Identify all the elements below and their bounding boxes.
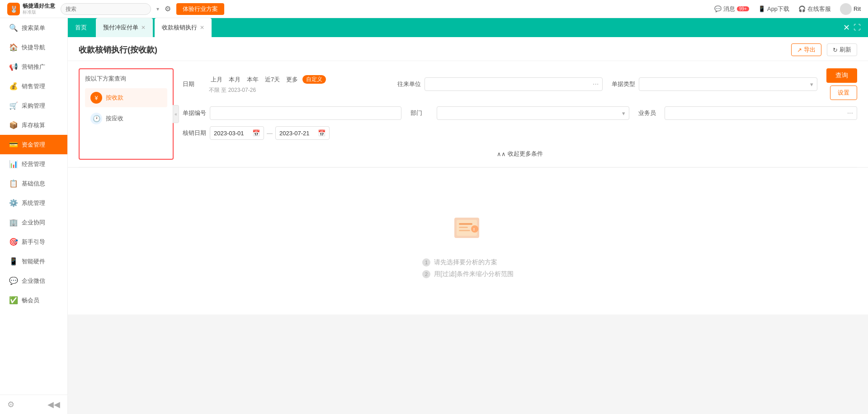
query-buttons: 查询 设置 xyxy=(826,68,857,100)
sidebar-item-quick-nav[interactable]: 🏠 快捷导航 xyxy=(0,38,67,57)
search-input[interactable] xyxy=(61,3,151,15)
staff-dots-icon[interactable]: ··· xyxy=(847,109,853,117)
doc-num-input[interactable] xyxy=(210,106,401,120)
svg-text:!: ! xyxy=(473,227,475,232)
left-panel-collapse-btn[interactable]: « xyxy=(173,105,179,123)
tab-home[interactable]: 首页 xyxy=(68,18,94,37)
filter-panel-title: 按以下方案查询 xyxy=(85,75,167,83)
sidebar-item-business[interactable]: 📊 经营管理 xyxy=(0,154,67,174)
app-logo: 🐰 畅捷通好生意 标准版 xyxy=(7,3,55,15)
calendar-start-icon[interactable]: 📅 xyxy=(252,129,260,137)
gear-icon[interactable]: ⚙ xyxy=(165,5,171,13)
tab-receivable[interactable]: 收款核销执行 ✕ xyxy=(155,18,212,37)
home-icon: 🏠 xyxy=(9,43,18,52)
refresh-btn[interactable]: ↻ 刷新 xyxy=(827,43,857,56)
empty-tip-1: 1 请先选择要分析的方案 xyxy=(422,258,514,266)
chevron-up-icon: ∧∧ xyxy=(497,151,506,157)
sidebar-item-sales[interactable]: 💰 销售管理 xyxy=(0,76,67,96)
user-info[interactable]: Rit xyxy=(840,3,861,15)
sidebar-item-corp[interactable]: 🏢 企业协同 xyxy=(0,213,67,232)
message-btn[interactable]: 💬 消息 99+ xyxy=(714,5,749,13)
date-more[interactable]: 更多 xyxy=(284,75,300,85)
sidebar-item-inventory[interactable]: 📦 库存核算 xyxy=(0,115,67,135)
filter-doc-type-field: 单据类型 ▾ xyxy=(612,77,817,91)
sidebar-settings-icon[interactable]: ⚙ xyxy=(7,400,14,409)
staff-select[interactable]: ··· xyxy=(665,106,857,120)
tab-home-label: 首页 xyxy=(75,24,87,32)
brand-sub: 标准版 xyxy=(23,10,55,15)
date-custom[interactable]: 自定义 xyxy=(302,75,326,84)
filter-option-receivable-label: 按应收 xyxy=(106,114,123,123)
tab-receivable-label: 收款核销执行 xyxy=(162,24,197,32)
date-7days[interactable]: 近7天 xyxy=(263,75,282,85)
doc-num-label: 单据编号 xyxy=(183,109,206,117)
sidebar-item-guide[interactable]: 🎯 新手引导 xyxy=(0,232,67,252)
sidebar-item-finance[interactable]: 💳 资金管理 xyxy=(0,135,67,154)
verify-date-end-value: 2023-07-21 xyxy=(279,130,310,137)
settings-icon: ⚙️ xyxy=(9,199,18,207)
dept-select[interactable]: ▾ xyxy=(437,106,629,120)
date-links: 上月 本月 本年 近7天 更多 自定义 xyxy=(209,75,326,85)
sidebar-item-member[interactable]: ✅ 畅会员 xyxy=(0,290,67,310)
filter-doc-num-field: 单据编号 xyxy=(183,106,401,120)
tab-receivable-close[interactable]: ✕ xyxy=(200,24,204,31)
chevron-down-icon3: ▾ xyxy=(622,110,625,117)
sidebar-label-guide: 新手引导 xyxy=(22,238,45,246)
export-btn[interactable]: ↗ 导出 xyxy=(791,43,821,56)
sidebar-item-basic[interactable]: 📋 基础信息 xyxy=(0,174,67,193)
page-header-actions: ↗ 导出 ↻ 刷新 xyxy=(791,43,857,56)
user-name: Rit xyxy=(854,5,861,12)
logo-icon: 🐰 xyxy=(7,3,20,15)
card-icon: 💳 xyxy=(9,140,18,149)
sidebar-item-system[interactable]: ⚙️ 系统管理 xyxy=(0,193,67,213)
app-download-btn[interactable]: 📱 App下载 xyxy=(758,5,789,13)
sidebar-label-business: 经营管理 xyxy=(22,160,45,168)
filter-dept-field: 部门 ▾ xyxy=(410,106,629,120)
svg-point-5 xyxy=(471,225,478,233)
tab-expand-icon[interactable]: ⛶ xyxy=(854,24,861,32)
sidebar-item-wechat[interactable]: 💬 企业微信 xyxy=(0,271,67,290)
top-bar-right: 💬 消息 99+ 📱 App下载 🎧 在线客服 Rit xyxy=(714,3,861,15)
message-badge: 99+ xyxy=(737,6,749,11)
collapse-more-row: ∧∧ 收起更多条件 xyxy=(183,146,857,160)
doc-type-select[interactable]: ▾ xyxy=(639,77,817,91)
filter-option-by-receivable[interactable]: 🕐 按应收 xyxy=(85,109,167,128)
avatar xyxy=(840,3,852,15)
chevron-down-icon2: ▾ xyxy=(810,81,813,88)
date-last-month[interactable]: 上月 xyxy=(209,75,224,85)
svg-rect-4 xyxy=(459,230,470,231)
setting-btn[interactable]: 设置 xyxy=(830,86,857,100)
content-area: 首页 预付冲应付单 ✕ 收款核销执行 ✕ ✕ ⛶ 收款核销执行(按收款) xyxy=(68,18,868,414)
sidebar-item-marketing[interactable]: 📢 营销推广 xyxy=(0,57,67,76)
sidebar-label-system: 系统管理 xyxy=(22,199,45,207)
online-service-btn[interactable]: 🎧 在线客服 xyxy=(798,5,831,13)
collapse-more-btn[interactable]: ∧∧ 收起更多条件 xyxy=(497,150,543,158)
industry-btn[interactable]: 体验行业方案 xyxy=(176,3,224,15)
calendar-end-icon[interactable]: 📅 xyxy=(318,129,326,137)
sidebar-item-hardware[interactable]: 📱 智能硬件 xyxy=(0,252,67,271)
date-this-year[interactable]: 本年 xyxy=(245,75,260,85)
tab-close-all-icon[interactable]: ✕ xyxy=(843,23,850,33)
tab-prepay[interactable]: 预付冲应付单 ✕ xyxy=(96,18,153,37)
partner-dots-icon[interactable]: ··· xyxy=(593,80,599,88)
partner-label: 往来单位 xyxy=(397,80,421,88)
svg-rect-2 xyxy=(459,223,472,225)
main-layout: 🔍 搜索菜单 🏠 快捷导航 📢 营销推广 💰 销售管理 🛒 采购管理 📦 库存核… xyxy=(0,18,868,414)
sidebar-item-search[interactable]: 🔍 搜索菜单 xyxy=(0,18,67,38)
sidebar-collapse-icon[interactable]: ◀◀ xyxy=(47,400,60,409)
tip-num-2: 2 xyxy=(422,270,430,278)
online-service-label: 在线客服 xyxy=(807,5,831,13)
chevron-down-icon[interactable]: ▾ xyxy=(156,6,159,12)
partner-select[interactable]: ··· xyxy=(425,77,603,91)
verify-date-start-input[interactable]: 2023-03-01 📅 xyxy=(210,126,264,140)
filter-divider xyxy=(79,167,857,167)
filter-row-1: 日期 上月 本月 本年 近7天 更多 自定义 不限 至 xyxy=(183,68,857,100)
tab-prepay-close[interactable]: ✕ xyxy=(141,24,146,31)
collapse-more-label: 收起更多条件 xyxy=(508,150,543,158)
date-this-month[interactable]: 本月 xyxy=(227,75,242,85)
building-icon: 🏢 xyxy=(9,218,18,227)
verify-date-end-input[interactable]: 2023-07-21 📅 xyxy=(275,126,330,140)
filter-option-by-receipt[interactable]: ¥ 按收款 xyxy=(85,88,167,107)
query-btn[interactable]: 查询 xyxy=(826,68,857,83)
sidebar-item-purchase[interactable]: 🛒 采购管理 xyxy=(0,96,67,115)
